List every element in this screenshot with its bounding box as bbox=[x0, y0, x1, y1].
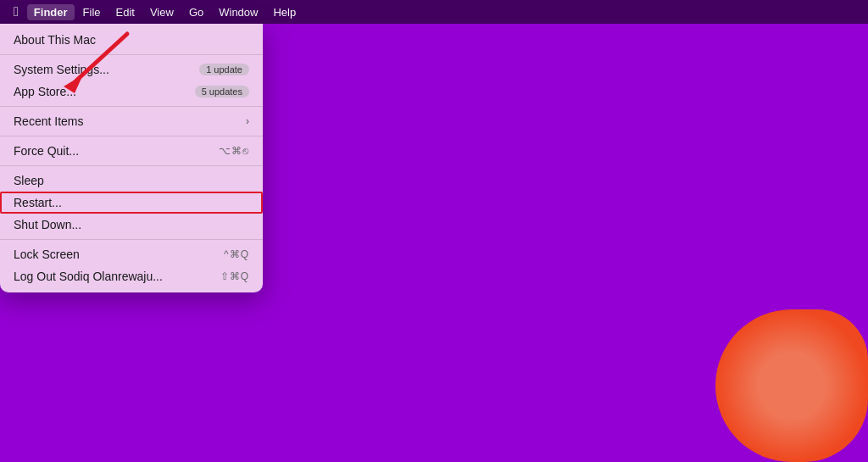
finder-menu-label: Finder bbox=[34, 6, 68, 19]
app-store-label: App Store... bbox=[14, 85, 76, 98]
sleep-item[interactable]: Sleep bbox=[0, 170, 263, 192]
help-menu-label: Help bbox=[273, 6, 296, 19]
desktop-blob bbox=[715, 309, 868, 462]
lock-screen-right: ^⌘Q bbox=[224, 248, 249, 260]
about-this-mac-item[interactable]: About This Mac bbox=[0, 29, 263, 51]
app-store-item[interactable]: App Store... 5 updates bbox=[0, 81, 263, 103]
system-settings-badge: 1 update bbox=[199, 64, 249, 75]
edit-menu-label: Edit bbox=[116, 6, 135, 19]
restart-item[interactable]: Restart... bbox=[0, 192, 263, 214]
recent-items-item[interactable]: Recent Items › bbox=[0, 110, 263, 132]
window-menu-button[interactable]: Window bbox=[212, 4, 264, 20]
log-out-right: ⇧⌘Q bbox=[220, 270, 249, 282]
shut-down-item[interactable]: Shut Down... bbox=[0, 214, 263, 236]
view-menu-label: View bbox=[150, 6, 174, 19]
go-menu-label: Go bbox=[189, 6, 203, 19]
view-menu-button[interactable]: View bbox=[143, 4, 181, 20]
force-quit-item[interactable]: Force Quit... ⌥⌘⎋ bbox=[0, 140, 263, 162]
lock-screen-item[interactable]: Lock Screen ^⌘Q bbox=[0, 243, 263, 265]
separator-3 bbox=[0, 136, 263, 136]
system-settings-label: System Settings... bbox=[14, 63, 109, 76]
recent-items-label: Recent Items bbox=[14, 114, 83, 128]
lock-screen-label: Lock Screen bbox=[14, 248, 80, 261]
file-menu-label: File bbox=[83, 6, 101, 19]
recent-items-right: › bbox=[246, 115, 249, 127]
help-menu-button[interactable]: Help bbox=[266, 4, 303, 20]
apple-dropdown-menu: About This Mac System Settings... 1 upda… bbox=[0, 24, 263, 292]
app-store-right: 5 updates bbox=[195, 86, 249, 97]
sleep-label: Sleep bbox=[14, 174, 44, 187]
system-settings-item[interactable]: System Settings... 1 update bbox=[0, 58, 263, 81]
shut-down-label: Shut Down... bbox=[14, 218, 81, 231]
apple-logo-icon:  bbox=[14, 4, 19, 19]
app-store-badge: 5 updates bbox=[195, 86, 249, 97]
edit-menu-button[interactable]: Edit bbox=[109, 4, 142, 20]
force-quit-right: ⌥⌘⎋ bbox=[219, 145, 249, 157]
log-out-shortcut: ⇧⌘Q bbox=[220, 270, 249, 282]
force-quit-label: Force Quit... bbox=[14, 144, 79, 158]
separator-2 bbox=[0, 106, 263, 107]
file-menu-button[interactable]: File bbox=[76, 4, 108, 20]
separator-4 bbox=[0, 165, 263, 166]
lock-screen-shortcut: ^⌘Q bbox=[224, 248, 249, 260]
system-settings-right: 1 update bbox=[199, 64, 249, 75]
about-this-mac-label: About This Mac bbox=[14, 33, 96, 47]
separator-5 bbox=[0, 239, 263, 240]
apple-menu-button[interactable]:  bbox=[7, 3, 25, 21]
go-menu-button[interactable]: Go bbox=[182, 4, 210, 20]
force-quit-shortcut: ⌥⌘⎋ bbox=[219, 145, 249, 157]
log-out-item[interactable]: Log Out Sodiq Olanrewaju... ⇧⌘Q bbox=[0, 265, 263, 287]
recent-items-chevron-icon: › bbox=[246, 115, 249, 127]
finder-menu-button[interactable]: Finder bbox=[27, 4, 75, 20]
separator-1 bbox=[0, 54, 263, 55]
restart-label: Restart... bbox=[14, 196, 62, 209]
window-menu-label: Window bbox=[219, 6, 258, 19]
log-out-label: Log Out Sodiq Olanrewaju... bbox=[14, 270, 163, 283]
menubar:  Finder File Edit View Go Window Help bbox=[0, 0, 868, 24]
